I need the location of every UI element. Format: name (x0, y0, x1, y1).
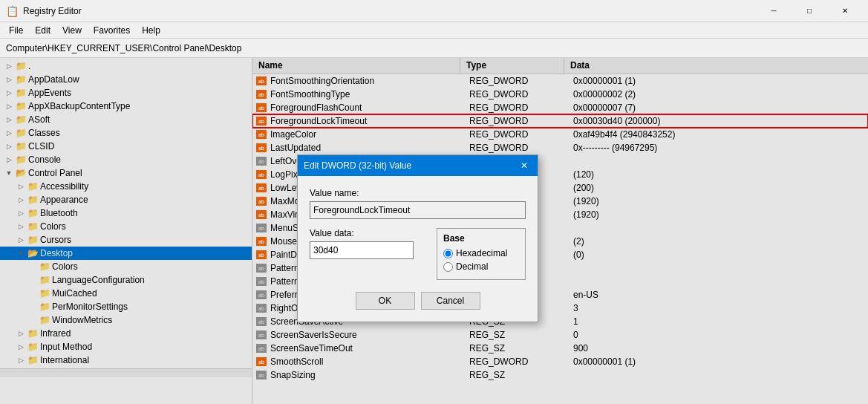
row-cell-data: 0x00000002 (2) (567, 89, 868, 100)
folder-icon-appearance: 📁 (27, 194, 39, 206)
row-cell-type: REG_DWORD (463, 102, 567, 113)
row-icon-str: ab (255, 262, 267, 274)
tree-label-accessibility: Accessibility (40, 181, 88, 192)
tree-item-inputmethod[interactable]: ▷ 📁 Input Method (0, 340, 252, 354)
expand-icon-asoft: ▷ (3, 114, 15, 126)
row-cell-name: FontSmoothingType (270, 89, 463, 100)
row-cell-type: REG_DWORD (463, 89, 567, 100)
tree-item-appearance[interactable]: ▷ 📁 Appearance (0, 193, 252, 206)
row-icon-str: ab (255, 329, 267, 341)
tree-panel[interactable]: ▷ 📁 . ▷ 📁 AppDataLow ▷ 📁 AppEvents ▷ 📁 A… (0, 58, 252, 404)
row-icon-dword: ab (255, 195, 267, 207)
minimize-button[interactable]: ─ (757, 0, 791, 22)
tree-item-console[interactable]: ▷ 📁 Console (0, 153, 252, 166)
tree-item-international[interactable]: ▷ 📁 International (0, 354, 252, 367)
row-icon-str: ab (255, 289, 267, 301)
tree-item-asoft[interactable]: ▷ 📁 ASoft (0, 113, 252, 126)
folder-icon-dot: 📁 (15, 60, 27, 72)
value-data-input[interactable] (310, 241, 414, 259)
row-cell-data: (2) (567, 236, 868, 247)
tree-item-colors[interactable]: ▷ 📁 Colors (0, 220, 252, 233)
row-icon-str: ab (255, 222, 267, 234)
tree-item-desktopcolors[interactable]: ▷ 📁 Colors (0, 260, 252, 273)
radio-decimal[interactable]: Decimal (443, 261, 519, 272)
tree-item-dot[interactable]: ▷ 📁 . (0, 59, 252, 73)
folder-icon-colors: 📁 (27, 221, 39, 232)
folder-icon-controlpanel: 📂 (15, 167, 27, 179)
table-row[interactable]: ab SmoothScroll REG_DWORD 0x00000001 (1) (252, 355, 868, 368)
folder-icon-desktop: 📂 (27, 247, 39, 259)
tree-label-inputmethod: Input Method (40, 342, 92, 352)
menu-item-favorites[interactable]: Favorites (88, 24, 136, 37)
row-icon-str: ab (255, 302, 267, 314)
tree-item-appdatalow[interactable]: ▷ 📁 AppDataLow (0, 73, 252, 86)
tree-item-permonitor[interactable]: ▷ 📁 PerMonitorSettings (0, 300, 252, 313)
row-icon-dword: ab (255, 88, 267, 100)
menu-item-view[interactable]: View (56, 24, 88, 37)
value-name-label: Value name: (310, 188, 526, 198)
modal-title-bar: Edit DWORD (32-bit) Value ✕ (298, 155, 538, 176)
row-icon-dword: ab (255, 75, 267, 87)
tree-item-cursors[interactable]: ▷ 📁 Cursors (0, 233, 252, 247)
folder-icon-classes: 📁 (15, 127, 27, 139)
tree-item-bluetooth[interactable]: ▷ 📁 Bluetooth (0, 206, 252, 220)
table-row[interactable]: ab ImageColor REG_DWORD 0xaf49b4f4 (2940… (252, 128, 868, 141)
tree-label-colors: Colors (40, 221, 66, 232)
ok-button[interactable]: OK (356, 292, 415, 310)
radio-decimal-input[interactable] (443, 262, 453, 272)
tree-label-clsid: CLSID (28, 141, 54, 152)
tree-item-controlpanel[interactable]: ▼ 📂 Control Panel (0, 166, 252, 180)
tree-label-permonitor: PerMonitorSettings (52, 302, 128, 312)
row-cell-type: REG_DWORD (463, 356, 567, 367)
folder-icon-windowmetrics: 📁 (39, 314, 50, 326)
col-data-header: Data (564, 58, 868, 74)
tree-item-muicached[interactable]: ▷ 📁 MuiCached (0, 287, 252, 300)
tree-label-appxbackup: AppXBackupContentType (28, 101, 130, 111)
menu-item-file[interactable]: File (3, 24, 29, 37)
tree-item-accessibility[interactable]: ▷ 📁 Accessibility (0, 180, 252, 193)
maximize-button[interactable]: □ (792, 0, 826, 22)
folder-icon-muicached: 📁 (39, 287, 50, 299)
title-bar: 📋 Registry Editor ─ □ ✕ (0, 0, 868, 22)
folder-icon-appdatalow: 📁 (15, 74, 27, 85)
tree-h-scrollbar[interactable] (0, 368, 252, 377)
table-row[interactable]: ab FontSmoothingOrientation REG_DWORD 0x… (252, 74, 868, 88)
table-row-highlighted[interactable]: ab ForegroundLockTimeout REG_DWORD 0x000… (252, 114, 868, 128)
folder-icon-appxbackup: 📁 (15, 100, 27, 112)
row-cell-type: REG_DWORD (463, 76, 567, 86)
row-cell-data: (1920) (567, 209, 868, 220)
tree-item-desktop[interactable]: ▼ 📂 Desktop (0, 247, 252, 260)
radio-hexadecimal[interactable]: Hexadecimal (443, 248, 519, 258)
row-icon-str: ab (255, 369, 267, 381)
menu-item-edit[interactable]: Edit (29, 24, 56, 37)
row-cell-name: ForegroundFlashCount (270, 102, 463, 113)
radio-hex-input[interactable] (443, 249, 453, 258)
tree-item-appxbackup[interactable]: ▷ 📁 AppXBackupContentType (0, 100, 252, 113)
row-cell-type: REG_SZ (463, 343, 567, 354)
table-row[interactable]: ab ForegroundFlashCount REG_DWORD 0x0000… (252, 101, 868, 114)
tree-item-infrared[interactable]: ▷ 📁 Infrared (0, 327, 252, 340)
row-cell-data: 0x00000001 (1) (567, 356, 868, 367)
tree-item-classes[interactable]: ▷ 📁 Classes (0, 126, 252, 140)
expand-icon-accessibility: ▷ (15, 180, 27, 192)
table-row[interactable]: ab FontSmoothingType REG_DWORD 0x0000000… (252, 88, 868, 101)
tree-item-appevents[interactable]: ▷ 📁 AppEvents (0, 86, 252, 100)
table-row[interactable]: ab SnapSizing REG_SZ (252, 368, 868, 382)
table-row[interactable]: ab ScreenSaverIsSecure REG_SZ 0 (252, 328, 868, 342)
expand-icon-clsid: ▷ (3, 140, 15, 152)
table-row[interactable]: ab ScreenSaveTimeOut REG_SZ 900 (252, 342, 868, 355)
cancel-button[interactable]: Cancel (421, 292, 480, 310)
modal-title: Edit DWORD (32-bit) Value (304, 160, 411, 171)
tree-item-languagecfg[interactable]: ▷ 📁 LanguageConfiguration (0, 273, 252, 287)
folder-icon-clsid: 📁 (15, 140, 27, 152)
row-icon-str: ab (255, 155, 267, 167)
table-row[interactable]: ab LastUpdated REG_DWORD 0x--------- (94… (252, 141, 868, 154)
row-cell-data: 0x00000007 (7) (567, 102, 868, 113)
expand-icon-infrared: ▷ (15, 328, 27, 339)
menu-item-help[interactable]: Help (136, 24, 166, 37)
value-name-input[interactable] (310, 201, 526, 219)
close-button[interactable]: ✕ (828, 0, 862, 22)
tree-item-clsid[interactable]: ▷ 📁 CLSID (0, 140, 252, 153)
tree-item-windowmetrics[interactable]: ▷ 📁 WindowMetrics (0, 313, 252, 327)
modal-close-button[interactable]: ✕ (517, 158, 532, 173)
